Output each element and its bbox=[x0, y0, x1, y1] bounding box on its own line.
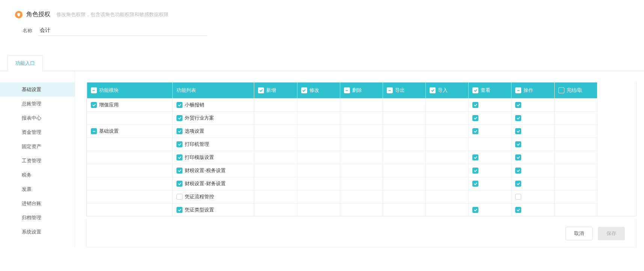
permission-cell bbox=[511, 204, 554, 217]
permission-cell bbox=[383, 112, 425, 125]
checkbox[interactable] bbox=[176, 168, 182, 174]
column-label: 删除 bbox=[352, 87, 362, 94]
checkbox[interactable] bbox=[176, 181, 182, 187]
checkbox[interactable] bbox=[472, 115, 478, 121]
permission-cell bbox=[254, 190, 297, 204]
footer-actions: 取消 保存 bbox=[86, 220, 636, 247]
permission-table: 功能模块功能列表新增修改删除导出导入查看操作完结/取 增值应用小畅报销外贸行业方… bbox=[87, 82, 597, 216]
feature-label: 外贸行业方案 bbox=[185, 115, 214, 121]
svg-rect-2 bbox=[389, 90, 391, 91]
feature-label: 财税设置-财务设置 bbox=[185, 180, 225, 187]
permission-cell bbox=[511, 138, 554, 151]
checkbox[interactable] bbox=[515, 102, 521, 108]
permission-cell bbox=[426, 204, 469, 217]
checkbox[interactable] bbox=[472, 128, 478, 134]
checkbox[interactable] bbox=[515, 168, 521, 174]
page-title: 角色授权 bbox=[26, 10, 50, 18]
checkbox[interactable] bbox=[515, 141, 521, 147]
module-cell bbox=[87, 112, 173, 125]
module-cell bbox=[87, 177, 173, 190]
feature-label: 打印机管理 bbox=[185, 141, 209, 148]
page-subtitle: 修改角色权限，包含该角色功能权限和敏感数据权限 bbox=[56, 11, 169, 18]
tabs: 功能入口 bbox=[0, 55, 644, 71]
permission-cell bbox=[297, 138, 340, 151]
permission-cell bbox=[340, 151, 383, 164]
column-header: 操作 bbox=[511, 82, 554, 99]
sidebar-item[interactable]: 固定资产 bbox=[0, 139, 75, 154]
checkbox[interactable] bbox=[472, 102, 478, 108]
permission-cell bbox=[426, 177, 469, 190]
checkbox[interactable] bbox=[176, 141, 182, 147]
checkbox[interactable] bbox=[472, 168, 478, 174]
permission-cell bbox=[383, 151, 425, 164]
checkbox[interactable] bbox=[515, 154, 521, 160]
sidebar-item[interactable]: 归档管理 bbox=[0, 211, 75, 225]
permission-cell bbox=[297, 99, 340, 112]
permission-cell bbox=[469, 151, 511, 164]
permission-cell bbox=[297, 190, 340, 204]
checkbox[interactable] bbox=[176, 154, 182, 160]
permission-cell bbox=[254, 99, 297, 112]
permission-cell bbox=[297, 204, 340, 217]
checkbox[interactable] bbox=[515, 194, 521, 200]
name-input[interactable] bbox=[38, 25, 207, 36]
permission-cell bbox=[340, 190, 383, 204]
permission-cell bbox=[297, 164, 340, 177]
checkbox[interactable] bbox=[387, 87, 393, 93]
checkbox[interactable] bbox=[176, 194, 182, 200]
checkbox[interactable] bbox=[515, 181, 521, 187]
feature-cell: 打印机管理 bbox=[173, 138, 254, 151]
sidebar-item[interactable]: 工资管理 bbox=[0, 154, 75, 168]
sidebar-item[interactable]: 发票 bbox=[0, 182, 75, 196]
checkbox[interactable] bbox=[472, 181, 478, 187]
sidebar-item[interactable]: 系统设置 bbox=[0, 225, 75, 239]
checkbox[interactable] bbox=[176, 207, 182, 213]
checkbox[interactable] bbox=[515, 128, 521, 134]
checkbox[interactable] bbox=[472, 154, 478, 160]
checkbox[interactable] bbox=[515, 115, 521, 121]
feature-label: 选项设置 bbox=[185, 128, 204, 135]
sidebar-item[interactable]: 报表中心 bbox=[0, 111, 75, 125]
permission-cell bbox=[426, 112, 469, 125]
checkbox[interactable] bbox=[176, 102, 182, 108]
checkbox[interactable] bbox=[558, 87, 564, 93]
permission-cell bbox=[254, 151, 297, 164]
sidebar: 基础设置总账管理报表中心资金管理固定资产工资管理税务发票进销台账归档管理系统设置 bbox=[0, 71, 75, 247]
column-header: 功能模块 bbox=[87, 82, 173, 99]
checkbox[interactable] bbox=[472, 87, 478, 93]
checkbox[interactable] bbox=[344, 87, 350, 93]
checkbox[interactable] bbox=[176, 128, 182, 134]
sidebar-item[interactable]: 总账管理 bbox=[0, 97, 75, 111]
tab-function-entry[interactable]: 功能入口 bbox=[8, 55, 43, 71]
checkbox[interactable] bbox=[515, 87, 521, 93]
feature-label: 凭证流程管控 bbox=[185, 193, 214, 200]
permission-cell bbox=[554, 190, 597, 204]
checkbox[interactable] bbox=[301, 87, 307, 93]
permission-table-wrap[interactable]: 功能模块功能列表新增修改删除导出导入查看操作完结/取 增值应用小畅报销外贸行业方… bbox=[86, 82, 636, 216]
checkbox[interactable] bbox=[91, 87, 97, 93]
table-row: 财税设置-税务设置 bbox=[87, 164, 597, 177]
shield-icon bbox=[15, 11, 23, 18]
table-row: 凭证类型设置 bbox=[87, 204, 597, 217]
permission-cell bbox=[297, 125, 340, 138]
checkbox[interactable] bbox=[472, 207, 478, 213]
checkbox[interactable] bbox=[258, 87, 264, 93]
sidebar-item[interactable]: 税务 bbox=[0, 168, 75, 182]
cancel-button[interactable]: 取消 bbox=[566, 227, 593, 240]
svg-rect-0 bbox=[92, 90, 95, 91]
checkbox[interactable] bbox=[515, 207, 521, 213]
column-header: 查看 bbox=[469, 82, 511, 99]
sidebar-item[interactable]: 进销台账 bbox=[0, 196, 75, 211]
checkbox[interactable] bbox=[91, 102, 97, 108]
sidebar-item[interactable]: 资金管理 bbox=[0, 125, 75, 139]
permission-cell bbox=[340, 138, 383, 151]
checkbox[interactable] bbox=[430, 87, 436, 93]
save-button[interactable]: 保存 bbox=[598, 227, 625, 240]
name-field-row: 名称 bbox=[0, 25, 644, 43]
checkbox[interactable] bbox=[176, 115, 182, 121]
permission-cell bbox=[511, 164, 554, 177]
sidebar-item[interactable]: 基础设置 bbox=[0, 82, 75, 97]
checkbox[interactable] bbox=[91, 128, 97, 134]
permission-cell bbox=[254, 125, 297, 138]
permission-cell bbox=[383, 204, 425, 217]
